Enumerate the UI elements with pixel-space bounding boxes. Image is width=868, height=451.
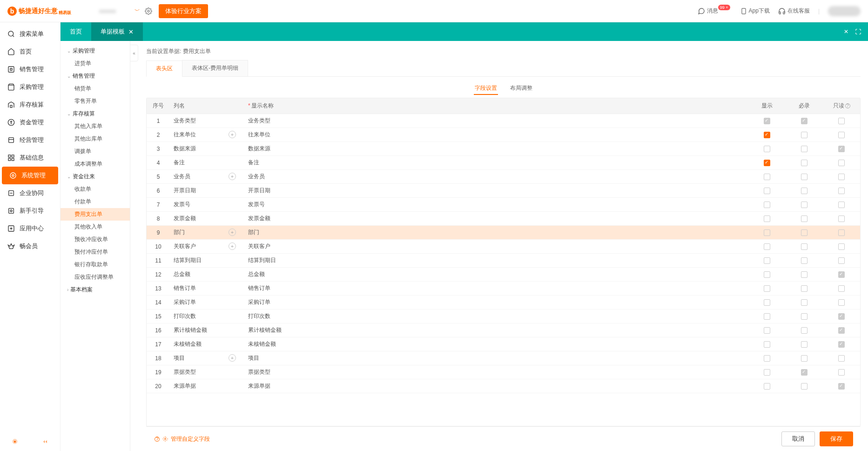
org-caret-icon[interactable]: ﹀ [135,7,140,15]
checkbox[interactable] [838,285,845,292]
nav-item-home[interactable]: 首页 [0,43,60,61]
tree-item[interactable]: 进货单 [61,57,130,70]
add-icon[interactable]: + [229,242,236,250]
table-row[interactable]: 7发票号发票号 [147,198,860,212]
checkbox[interactable] [838,369,845,376]
help-icon[interactable]: ? [845,103,850,108]
table-row[interactable]: 9部门+部门 [147,226,860,240]
table-row[interactable]: 13销售订单销售订单 [147,282,860,296]
nav-item-coop[interactable]: 企业协同 [0,184,60,202]
tree-item[interactable]: 收款单 [61,183,130,195]
section-tab[interactable]: 表头区 [146,61,182,77]
tree-item[interactable]: 销货单 [61,82,130,95]
checkbox[interactable] [801,327,807,334]
checkbox[interactable] [764,355,770,362]
manage-custom-fields-link[interactable]: 管理自定义字段 [171,435,210,443]
tab-home[interactable]: 首页 [61,22,91,41]
checkbox[interactable] [838,299,845,306]
checkbox[interactable] [801,160,807,166]
tree-item[interactable]: 其他入库单 [61,120,130,133]
checkbox[interactable] [801,313,807,320]
checkbox[interactable] [838,202,845,208]
section-tab[interactable]: 表体区-费用单明细 [182,60,248,76]
checkbox[interactable] [764,243,770,250]
tree-group[interactable]: ⌄资金往来 [61,170,130,183]
nav-item-base[interactable]: 基础信息 [0,149,60,167]
nav-item-search[interactable]: 搜索菜单 [0,25,60,43]
checkbox[interactable] [764,299,770,306]
tab-bill-template[interactable]: 单据模板 ✕ [91,22,143,41]
add-icon[interactable]: + [229,131,236,138]
tree-item[interactable]: 预付冲应付单 [61,246,130,258]
checkbox[interactable] [838,355,845,362]
nav-item-fund[interactable]: 资金管理 [0,114,60,131]
table-row[interactable]: 2往来单位+往来单位 [147,128,860,142]
checkbox[interactable] [764,271,770,278]
table-row[interactable]: 16累计核销金额累计核销金额 [147,323,860,337]
table-row[interactable]: 17未核销金额未核销金额 [147,337,860,351]
checkbox[interactable] [801,174,807,180]
checkbox[interactable] [801,299,807,306]
tree-group[interactable]: ›基本档案 [61,283,130,296]
nav-item-stock[interactable]: 库存核算 [0,96,60,114]
user-avatar[interactable] [828,6,861,16]
checkbox[interactable] [801,257,807,264]
table-row[interactable]: 1业务类型业务类型 [147,114,860,128]
checkbox[interactable] [764,257,770,264]
checkbox[interactable] [801,383,807,390]
table-row[interactable]: 12总金额总金额 [147,268,860,282]
checkbox[interactable] [764,229,770,236]
tree-item[interactable]: 费用支出单 [61,208,130,221]
tree-item[interactable]: 零售开单 [61,95,130,108]
checkbox[interactable] [838,118,845,124]
collapse-tree-button[interactable]: « [130,45,138,61]
messages-button[interactable]: 消息 99 + [698,7,732,15]
collapse-nav-icon[interactable] [41,438,49,445]
nav-item-biz[interactable]: 经营管理 [0,131,60,149]
nav-item-sys[interactable]: 系统管理 [2,167,58,184]
checkbox[interactable] [764,160,770,166]
checkbox[interactable] [764,285,770,292]
checkbox[interactable] [764,327,770,334]
table-row[interactable]: 15打印次数打印次数 [147,310,860,323]
checkbox[interactable] [764,369,770,376]
checkbox[interactable] [801,146,807,152]
checkbox[interactable] [838,215,845,222]
fullscreen-icon[interactable] [855,28,861,35]
checkbox[interactable] [801,243,807,250]
app-download-button[interactable]: App下载 [740,7,770,15]
add-icon[interactable]: + [229,173,236,180]
nav-item-guide[interactable]: 新手引导 [0,202,60,220]
table-row[interactable]: 19票据类型票据类型 [147,365,860,379]
table-row[interactable]: 11结算到期日结算到期日 [147,254,860,268]
checkbox[interactable] [801,341,807,348]
checkbox[interactable] [838,132,845,138]
online-service-button[interactable]: 在线客服 [778,7,810,15]
tree-group[interactable]: ⌄销售管理 [61,70,130,82]
tree-item[interactable]: 应收应付调整单 [61,271,130,283]
close-all-tabs-icon[interactable]: ✕ [844,28,848,35]
checkbox[interactable] [764,215,770,222]
checkbox[interactable] [801,271,807,278]
cancel-button[interactable]: 取消 [781,431,815,446]
mode-tab[interactable]: 布局调整 [509,82,533,95]
table-row[interactable]: 14采购订单采购订单 [147,296,860,310]
checkbox[interactable] [838,257,845,264]
add-icon[interactable]: + [229,354,236,362]
checkbox[interactable] [764,341,770,348]
tree-item[interactable]: 银行存取款单 [61,258,130,271]
checkbox[interactable] [801,188,807,194]
tree-group[interactable]: ⌄采购管理 [61,45,130,57]
checkbox[interactable] [764,174,770,180]
tree-item[interactable]: 付款单 [61,195,130,208]
checkbox[interactable] [764,132,770,138]
table-row[interactable]: 4备注备注 [147,156,860,170]
checkbox[interactable] [801,285,807,292]
save-button[interactable]: 保存 [820,431,853,446]
tab-close-icon[interactable]: ✕ [128,28,134,35]
nav-item-appc[interactable]: 应用中心 [0,220,60,237]
checkbox[interactable] [838,160,845,166]
org-selector[interactable]: xxxxxx [99,8,116,14]
checkbox[interactable] [801,355,807,362]
checkbox[interactable] [801,215,807,222]
